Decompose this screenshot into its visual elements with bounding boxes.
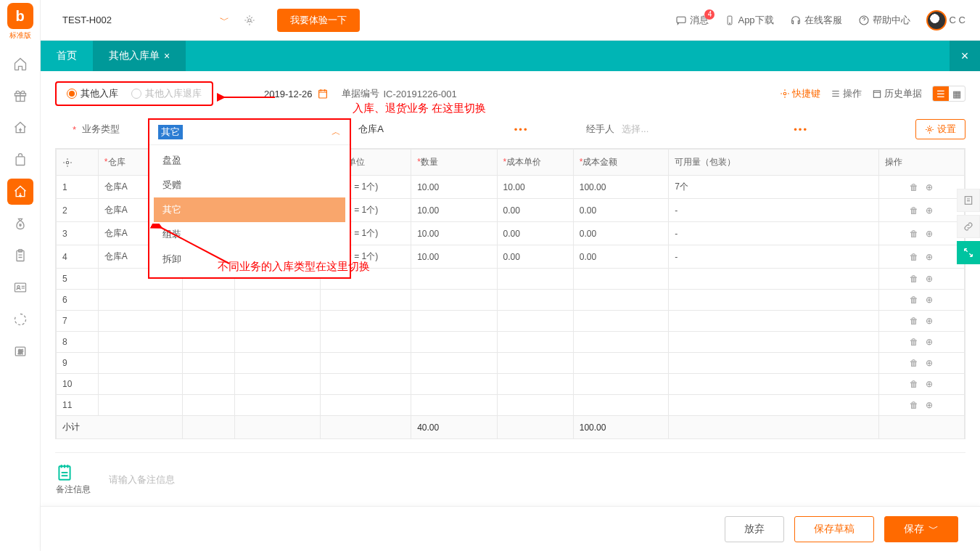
warehouse-value[interactable]: 仓库A (358, 123, 384, 136)
svg-point-18 (928, 128, 931, 130)
operate-link[interactable]: 操作 (831, 87, 862, 100)
delete-icon[interactable]: 🗑 (910, 274, 918, 284)
nav-new-icon[interactable]: 新 (7, 338, 33, 364)
radio-checked-icon (67, 89, 77, 99)
calendar-icon[interactable] (317, 88, 329, 99)
tab-home[interactable]: 首页 (41, 41, 93, 71)
svg-rect-11 (728, 16, 733, 25)
delete-icon[interactable]: 🗑 (910, 316, 918, 326)
biztype-option[interactable]: 受赠 (154, 173, 345, 197)
delete-icon[interactable]: 🗑 (910, 358, 918, 368)
app-download-link[interactable]: App下载 (725, 14, 773, 27)
svg-rect-17 (873, 91, 880, 97)
view-list-icon[interactable]: ☰ (933, 86, 949, 101)
rail-note-icon[interactable] (957, 189, 980, 212)
col-price: *成本单价 (497, 150, 573, 176)
copy-icon[interactable]: ⊕ (926, 316, 933, 326)
help-center-link[interactable]: 帮助中心 (858, 14, 910, 27)
copy-icon[interactable]: ⊕ (926, 182, 933, 192)
table-row[interactable]: 8 🗑⊕ (57, 332, 965, 353)
delete-icon[interactable]: 🗑 (910, 205, 918, 216)
history-link[interactable]: 历史单据 (872, 87, 922, 100)
svg-rect-10 (677, 17, 685, 23)
handler-label: 经手人 (586, 123, 614, 136)
table-row[interactable]: 10 🗑⊕ (57, 374, 965, 395)
table-row[interactable]: 7 🗑⊕ (57, 311, 965, 332)
discard-button[interactable]: 放弃 (725, 516, 784, 542)
handler-select[interactable]: 选择... (622, 123, 648, 136)
table-row[interactable]: 9 🗑⊕ (57, 353, 965, 374)
copy-icon[interactable]: ⊕ (926, 379, 933, 389)
nav-loading-icon[interactable] (7, 306, 33, 332)
delete-icon[interactable]: 🗑 (910, 400, 918, 410)
delete-icon[interactable]: 🗑 (910, 229, 918, 239)
delete-icon[interactable]: 🗑 (910, 295, 918, 305)
biztype-label: 业务类型 (82, 123, 120, 136)
copy-icon[interactable]: ⊕ (926, 295, 933, 305)
gear-icon[interactable] (244, 15, 255, 26)
rail-expand-icon[interactable] (957, 241, 980, 264)
radio-other-return[interactable]: 其他入库退库 (131, 87, 202, 100)
nav-gift-icon[interactable] (7, 83, 33, 109)
nav-house-down-icon[interactable] (7, 179, 33, 205)
copy-icon[interactable]: ⊕ (926, 252, 933, 262)
biztype-select[interactable]: 其它 ︿ (154, 123, 345, 142)
nav-house-up-icon[interactable] (7, 115, 33, 141)
copy-icon[interactable]: ⊕ (926, 337, 933, 347)
save-button[interactable]: 保存﹀ (884, 516, 958, 542)
svg-text:新: 新 (17, 349, 22, 354)
user-menu[interactable]: C C (926, 10, 965, 30)
svg-rect-5 (15, 283, 25, 292)
nav-home-icon[interactable] (7, 51, 33, 77)
chevron-up-icon: ︿ (332, 126, 341, 139)
org-select[interactable]: TEST-H002 ﹀ (55, 9, 236, 32)
view-grid-icon[interactable]: ▦ (949, 86, 965, 101)
table-row[interactable]: 11 🗑⊕ (57, 395, 965, 416)
biztype-option[interactable]: 其它 (154, 197, 345, 222)
view-toggle: ☰ ▦ (932, 86, 965, 102)
right-rail (957, 189, 980, 267)
remark-input[interactable] (102, 467, 965, 492)
settings-button[interactable]: 设置 (915, 119, 965, 139)
tabs-close-all[interactable]: × (950, 41, 980, 71)
more-icon[interactable]: ••• (794, 124, 808, 135)
delete-icon[interactable]: 🗑 (910, 379, 918, 389)
biztype-option[interactable]: 组装 (154, 222, 345, 247)
rail-link-icon[interactable] (957, 215, 980, 238)
avatar-icon (926, 10, 947, 30)
col-settings[interactable] (57, 150, 99, 176)
online-service-link[interactable]: 在线客服 (790, 14, 842, 27)
experience-button[interactable]: 我要体验一下 (277, 9, 360, 32)
copy-icon[interactable]: ⊕ (926, 229, 933, 239)
svg-rect-15 (318, 90, 326, 98)
messages-link[interactable]: 消息 4 (675, 14, 709, 27)
nav-money-bag-icon[interactable] (7, 211, 33, 237)
nav-user-card-icon[interactable] (7, 274, 33, 301)
delete-icon[interactable]: 🗑 (910, 182, 918, 192)
biztype-option[interactable]: 拆卸 (154, 247, 345, 272)
copy-icon[interactable]: ⊕ (926, 274, 933, 284)
more-icon[interactable]: ••• (514, 124, 529, 135)
footer-bar: 放弃 保存草稿 保存﹀ (41, 506, 980, 551)
svg-rect-2 (16, 157, 25, 166)
copy-icon[interactable]: ⊕ (926, 205, 933, 216)
copy-icon[interactable]: ⊕ (926, 358, 933, 368)
save-draft-button[interactable]: 保存草稿 (794, 516, 874, 542)
copy-icon[interactable]: ⊕ (926, 400, 933, 410)
nav-bag-icon[interactable] (7, 147, 33, 173)
shortcut-link[interactable]: 快捷键 (780, 87, 820, 100)
date-value[interactable]: 2019-12-26 (264, 89, 313, 99)
table-row[interactable]: 6 🗑⊕ (57, 290, 965, 311)
tab-other-in[interactable]: 其他入库单 × (93, 41, 186, 71)
delete-icon[interactable]: 🗑 (910, 252, 918, 262)
brand-logo: b (7, 3, 33, 29)
subtotal-row: 小计 40.00 100.00 (57, 416, 965, 439)
delete-icon[interactable]: 🗑 (910, 337, 918, 347)
svg-point-12 (730, 23, 730, 23)
remark-section: 备注信息 (55, 452, 965, 506)
biztype-option[interactable]: 盘盈 (154, 148, 345, 173)
nav-clipboard-icon[interactable] (7, 242, 33, 269)
radio-other-in[interactable]: 其他入库 (67, 87, 118, 100)
col-op: 操作 (878, 150, 964, 176)
close-icon[interactable]: × (164, 50, 170, 62)
